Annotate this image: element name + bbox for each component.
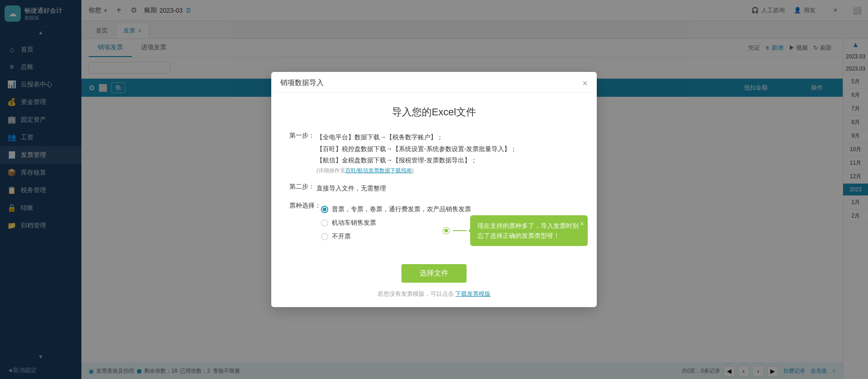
- radio-general-label: 普票，专票，卷票，通行费发票，农产品销售发票: [332, 205, 471, 213]
- modal-close-button[interactable]: ×: [582, 79, 588, 88]
- tooltip-area: 现在支持的票种多了，导入发票时别忘了选择正确的发票类型呀！ ×: [443, 215, 588, 246]
- modal-header: 销项数据导入 ×: [271, 72, 597, 93]
- ticket-row: 票种选择： 普票，专票，卷票，通行费发票，农产品销售发票 机动车销售发票: [289, 202, 579, 255]
- download-template-link[interactable]: 下载发票模版: [455, 290, 491, 297]
- step2-row: 第二步： 直接导入文件，无需整理: [289, 183, 579, 194]
- radio-none-label: 不开票: [332, 232, 351, 241]
- select-btn-container: 选择文件: [289, 264, 579, 283]
- import-modal: 销项数据导入 × 导入您的Excel文件 第一步： 【全电平台】数据下载→【税务…: [271, 72, 597, 307]
- modal-footer: 若您没有发票模版，可以点击 下载发票模版: [289, 290, 579, 298]
- modal-overlay: 销项数据导入 × 导入您的Excel文件 第一步： 【全电平台】数据下载→【税务…: [0, 0, 868, 379]
- download-guide-link[interactable]: 百旺/航信发票数据下载指南: [345, 167, 412, 174]
- select-file-button[interactable]: 选择文件: [401, 264, 467, 283]
- step1-line2: 【百旺】税控盘数据下载→【系统设置-系统参数设置-发票批量导入】；: [316, 143, 579, 155]
- modal-main-title: 导入您的Excel文件: [289, 105, 579, 119]
- modal-title: 销项数据导入: [280, 78, 324, 88]
- step1-line3: 【航信】金税盘数据下载→【报税管理-发票数据导出】；: [316, 155, 579, 166]
- tooltip-line: [453, 230, 467, 231]
- footer-text: 若您没有发票模版，可以点击: [377, 290, 454, 297]
- ticket-label: 票种选择：: [289, 202, 321, 210]
- step2-label: 第二步：: [289, 183, 316, 191]
- step2-content: 直接导入文件，无需整理: [316, 183, 579, 194]
- radio-motor-label: 机动车销售发票: [332, 219, 376, 227]
- step1-hint: (详细操作见百旺/航信发票数据下载指南): [316, 166, 579, 176]
- radio-general[interactable]: 普票，专票，卷票，通行费发票，农产品销售发票: [321, 205, 471, 213]
- step1-row: 第一步： 【全电平台】数据下载→【税务数字账户】； 【百旺】税控盘数据下载→【系…: [289, 132, 579, 175]
- step1-label: 第一步：: [289, 132, 316, 140]
- tooltip-text: 现在支持的票种多了，导入发票时别忘了选择正确的发票类型呀！: [477, 222, 579, 239]
- modal-body: 导入您的Excel文件 第一步： 【全电平台】数据下载→【税务数字账户】； 【百…: [271, 93, 597, 307]
- step1-line1: 【全电平台】数据下载→【税务数字账户】；: [316, 132, 579, 143]
- tooltip-close-button[interactable]: ×: [580, 218, 584, 230]
- tooltip-bubble: 现在支持的票种多了，导入发票时别忘了选择正确的发票类型呀！ ×: [470, 215, 588, 246]
- radio-general-circle: [321, 206, 328, 213]
- radio-motor-circle: [321, 219, 328, 227]
- step1-content: 【全电平台】数据下载→【税务数字账户】； 【百旺】税控盘数据下载→【系统设置-系…: [316, 132, 579, 175]
- tooltip-anchor-dot: [443, 227, 449, 234]
- radio-none-circle: [321, 233, 328, 240]
